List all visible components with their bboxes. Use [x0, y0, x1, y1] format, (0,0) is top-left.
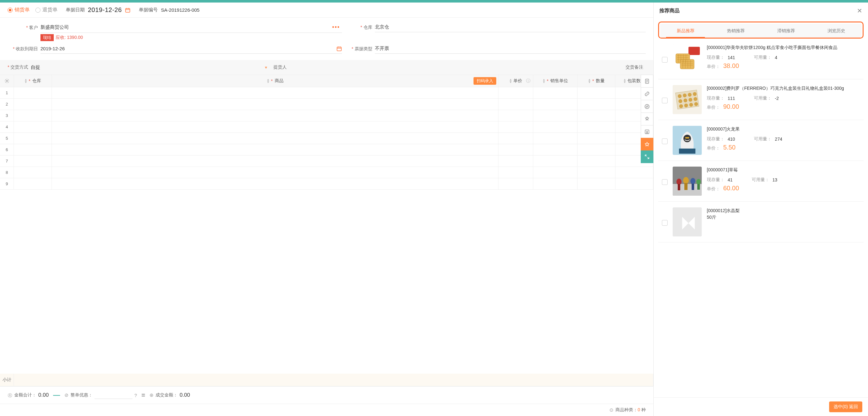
- price-value: 5.50: [723, 144, 736, 151]
- grid-gear-icon[interactable]: [0, 75, 14, 87]
- stock-value: 410: [727, 136, 735, 141]
- col-product[interactable]: ▲▼*商品扫码录入: [52, 75, 498, 87]
- item-checkbox[interactable]: [662, 98, 668, 103]
- row-index: 7: [0, 156, 14, 167]
- chevron-down-icon: ▾: [265, 65, 267, 70]
- item-checkbox[interactable]: [662, 220, 668, 226]
- customer-input[interactable]: 新盛商贸公司 •••: [40, 23, 342, 33]
- warehouse-input[interactable]: 北京仓: [375, 23, 646, 32]
- table-row[interactable]: 7: [0, 156, 653, 167]
- rail-badge-icon[interactable]: [641, 113, 653, 125]
- subtotal-label: 小计: [0, 374, 14, 386]
- avail-value: -2: [775, 96, 779, 101]
- rail-link-icon[interactable]: [641, 87, 653, 100]
- tab-label: 销货单: [14, 7, 30, 13]
- rail-currency-icon[interactable]: [641, 125, 653, 138]
- recommend-tab[interactable]: 浏览历史: [811, 24, 861, 38]
- price-value: 90.00: [723, 103, 739, 110]
- more-icon[interactable]: •••: [330, 24, 342, 31]
- table-row[interactable]: 9: [0, 178, 653, 190]
- col-unit[interactable]: ▲▼*销售单位: [533, 75, 578, 87]
- svg-rect-37: [697, 184, 700, 190]
- col-warehouse[interactable]: ▲▼*仓库: [14, 75, 52, 87]
- svg-rect-35: [692, 184, 694, 190]
- deliver-method-label: 交货方式: [10, 64, 28, 69]
- item-checkbox[interactable]: [662, 138, 668, 144]
- recommend-item: [0000007]火龙果现存量：410可用量：274单价：5.50: [658, 120, 864, 161]
- price-value: 38.00: [723, 62, 739, 69]
- recommend-tabs-highlighted: 新品推荐热销推荐滞销推荐浏览历史: [658, 22, 864, 38]
- table-row[interactable]: 3: [0, 110, 653, 121]
- product-thumbnail: [673, 44, 702, 73]
- receivable-text: 应收: 1390.00: [56, 35, 83, 40]
- svg-point-34: [690, 178, 695, 184]
- table-row[interactable]: 6: [0, 144, 653, 156]
- row-index: 2: [0, 99, 14, 110]
- avail-value: 274: [775, 136, 782, 141]
- rail-swap-icon[interactable]: [641, 100, 653, 113]
- svg-point-36: [696, 179, 701, 185]
- recommend-tab[interactable]: 热销推荐: [711, 24, 761, 38]
- calendar-icon[interactable]: [336, 46, 342, 52]
- col-price[interactable]: ▲▼单价ⓘ: [498, 75, 533, 87]
- item-checkbox[interactable]: [662, 57, 668, 63]
- table-row[interactable]: 5: [0, 133, 653, 144]
- rail-expand-icon[interactable]: [641, 151, 653, 163]
- product-thumbnail: [673, 167, 702, 196]
- table-row[interactable]: 8: [0, 167, 653, 178]
- product-thumbnail: [673, 85, 702, 114]
- tab-return-order[interactable]: 退货单: [35, 7, 58, 13]
- help-icon[interactable]: ?: [134, 393, 137, 398]
- table-row[interactable]: 4: [0, 121, 653, 133]
- calendar-icon[interactable]: [125, 7, 130, 13]
- svg-point-3: [645, 104, 649, 109]
- doc-date-label: 单据日期: [66, 7, 85, 13]
- kinds-icon: ⊙: [610, 407, 614, 413]
- invoice-input[interactable]: 不开票: [375, 44, 646, 54]
- row-index: 4: [0, 121, 14, 132]
- minus-icon: —: [53, 391, 60, 399]
- deal-label: 成交金额：: [156, 392, 178, 398]
- deliver-method-select[interactable]: 自提 ▾: [31, 63, 273, 71]
- close-icon[interactable]: ✕: [857, 7, 862, 14]
- kinds-unit: 种: [641, 407, 646, 413]
- table-row[interactable]: 1: [0, 87, 653, 99]
- table-row[interactable]: 2: [0, 99, 653, 110]
- help-icon[interactable]: ⓘ: [526, 78, 530, 84]
- discount-input[interactable]: [94, 391, 132, 399]
- avail-value: 4: [775, 55, 777, 60]
- selected-return-button[interactable]: 选中(0) 返回: [829, 402, 862, 412]
- row-index: 3: [0, 110, 14, 121]
- stock-label: 现存量：: [707, 136, 724, 142]
- rail-notes-icon[interactable]: [641, 74, 653, 87]
- stock-value: 141: [727, 55, 735, 60]
- rail-star-icon[interactable]: [641, 138, 653, 151]
- recommend-item: [0000002]费列罗（FERRERO）巧克力礼盒装生日礼物礼盒装01-300…: [658, 79, 864, 120]
- row-index: 9: [0, 178, 14, 189]
- doc-date-value[interactable]: 2019-12-26: [88, 6, 122, 13]
- recommend-tab[interactable]: 新品推荐: [660, 24, 711, 38]
- deal-icon: ⊛: [150, 392, 154, 398]
- recommend-tab[interactable]: 滞销推荐: [761, 24, 811, 38]
- recommend-item: [0000001]华美华夫软饼1200g 糕点零食小吃手撕面包早餐休闲食品现存量…: [658, 38, 864, 79]
- doc-num-value: SA-20191226-005: [161, 7, 199, 13]
- avail-value: 13: [773, 177, 778, 182]
- stock-label: 现存量：: [707, 55, 724, 60]
- price-label: 单价：: [707, 64, 720, 69]
- recommend-item: [0000012]水晶梨50斤: [658, 202, 864, 243]
- stock-value: 111: [727, 96, 735, 101]
- panel-title: 推荐商品: [659, 8, 680, 14]
- product-name: [00000071]草莓: [707, 167, 862, 173]
- scan-input-badge[interactable]: 扫码录入: [473, 77, 496, 85]
- product-name: [0000002]费列罗（FERRERO）巧克力礼盒装生日礼物礼盒装01-300…: [707, 85, 862, 92]
- svg-rect-9: [680, 59, 694, 69]
- col-qty[interactable]: ▲▼*数量: [578, 75, 615, 87]
- customer-label: 客户: [29, 25, 38, 30]
- item-checkbox[interactable]: [662, 179, 668, 185]
- product-name: [0000012]水晶梨50斤: [707, 207, 862, 221]
- tab-sales-order[interactable]: 销货单: [8, 7, 30, 13]
- kinds-label: 商品种类：: [615, 407, 638, 413]
- due-date-input[interactable]: 2019-12-26: [40, 44, 342, 54]
- picker-input[interactable]: [289, 63, 539, 71]
- discount-icon: ⊘: [64, 392, 69, 398]
